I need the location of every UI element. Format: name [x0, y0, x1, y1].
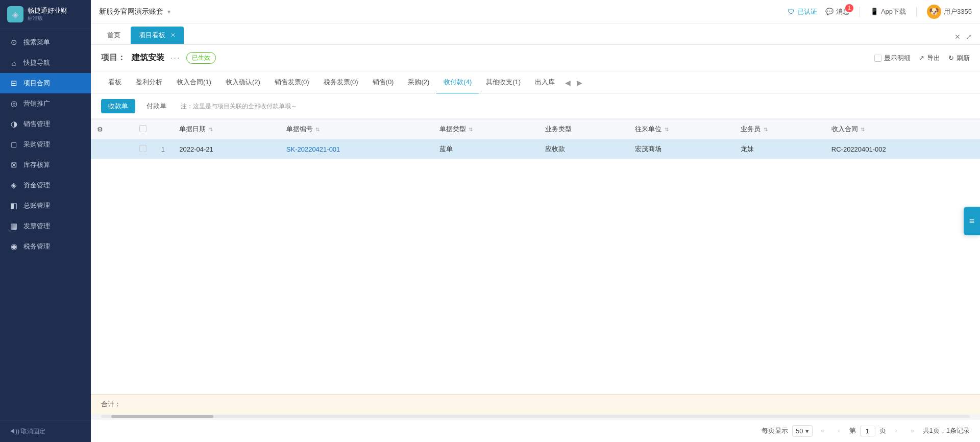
subnav-item-board[interactable]: 看板 [101, 71, 129, 94]
sidebar-item-funds[interactable]: ◈ 资金管理 [0, 175, 91, 195]
subnav-item-sales-invoice[interactable]: 销售发票(0) [267, 71, 316, 94]
th-type[interactable]: 单据类型 ⇅ [433, 119, 539, 139]
row-partner-cell: 宏茂商场 [629, 139, 734, 159]
receipt-code-link[interactable]: SK-20220421-001 [286, 145, 340, 153]
subnav-item-inout[interactable]: 出入库 [528, 71, 562, 94]
th-code[interactable]: 单据编号 ⇅ [280, 119, 433, 139]
settings-icon[interactable]: ⚙ [97, 126, 103, 133]
subnav-item-receipt[interactable]: 收付款(4) [436, 71, 479, 94]
tax-icon: ◉ [9, 242, 18, 251]
subnav-item-income-confirm[interactable]: 收入确认(2) [218, 71, 267, 94]
contract-icon: ⊟ [9, 79, 18, 88]
topbar-divider [860, 7, 860, 17]
home-icon: ⌂ [9, 59, 18, 67]
subnav-item-income-contract[interactable]: 收入合同(1) [169, 71, 218, 94]
receipts-table: ⚙ 单据日期 ⇅ 单据编号 ⇅ [91, 119, 980, 159]
first-page-button[interactable]: « [817, 425, 829, 437]
per-page-select[interactable]: 50 ▾ [792, 425, 812, 437]
next-page-button[interactable]: › [890, 425, 902, 437]
th-settings[interactable]: ⚙ [91, 119, 133, 139]
fab-button[interactable]: ≡ [964, 207, 980, 235]
maximize-window-icon[interactable]: ⤢ [966, 33, 972, 41]
table-container: ⚙ 单据日期 ⇅ 单据编号 ⇅ [91, 119, 980, 394]
messages-button[interactable]: 💬 消息 1 [825, 7, 849, 16]
refresh-icon: ↻ [948, 54, 954, 62]
subnav-item-profit[interactable]: 盈利分析 [129, 71, 169, 94]
th-date[interactable]: 单据日期 ⇅ [173, 119, 280, 139]
subtab-note: 注：这里是与项目关联的全部收付款单哦～ [181, 102, 297, 111]
tab-project-board[interactable]: 项目看板 ✕ [131, 27, 184, 44]
close-window-icon[interactable]: ✕ [954, 33, 961, 41]
row-contract-cell: RC-20220401-002 [825, 139, 980, 159]
subnav-item-other-expense[interactable]: 其他收支(1) [479, 71, 528, 94]
project-header: 项目： 建筑安装 ··· 已生效 显示明细 ↗ 导出 ↻ 刷新 [91, 45, 980, 71]
prev-page-button[interactable]: ‹ [833, 425, 845, 437]
last-page-button[interactable]: » [906, 425, 919, 437]
sidebar-item-sales[interactable]: ◑ 销售管理 [0, 114, 91, 134]
topbar-project[interactable]: 新服务官网演示账套 ▾ [99, 7, 779, 16]
tabbar: 首页 项目看板 ✕ ✕ ⤢ [91, 23, 980, 45]
project-status-badge: 已生效 [186, 52, 216, 64]
content-area: 项目： 建筑安装 ··· 已生效 显示明细 ↗ 导出 ↻ 刷新 [91, 45, 980, 442]
sidebar-logo[interactable]: ◈ 畅捷通好业财 标准版 [0, 0, 91, 29]
page-number-input[interactable] [860, 426, 875, 436]
scrollbar-row [91, 414, 980, 419]
scrollbar-thumb[interactable] [111, 415, 213, 418]
subnav-item-purchase[interactable]: 采购(2) [401, 71, 436, 94]
tab-home[interactable]: 首页 [99, 27, 129, 44]
sidebar-item-ledger[interactable]: ◧ 总账管理 [0, 195, 91, 216]
th-check[interactable] [133, 119, 153, 139]
window-controls: ✕ ⤢ [954, 33, 972, 44]
row-code-cell[interactable]: SK-20220421-001 [280, 139, 433, 159]
subnav-item-tax-invoice[interactable]: 税务发票(0) [316, 71, 365, 94]
row-check-cell[interactable] [133, 139, 153, 159]
user-button[interactable]: 🐶 用户3355 [927, 5, 972, 19]
row-checkbox[interactable] [139, 145, 146, 152]
receipt-tab-button[interactable]: 收款单 [101, 99, 135, 113]
show-detail-checkbox[interactable] [874, 55, 881, 62]
pagination: 每页显示 50 ▾ « ‹ 第 页 › » 共1页，1条记录 [91, 419, 980, 442]
tab-close-icon[interactable]: ✕ [170, 32, 176, 39]
export-button[interactable]: ↗ 导出 [919, 54, 940, 63]
sort-date-icon: ⇅ [209, 127, 213, 132]
sidebar-item-invoice[interactable]: ▦ 发票管理 [0, 216, 91, 236]
subnav: 看板 盈利分析 收入合同(1) 收入确认(2) 销售发票(0) 税务发票(0) … [91, 71, 980, 94]
topbar: 新服务官网演示账套 ▾ 🛡 已认证 💬 消息 1 📱 App下载 🐶 用户335… [91, 0, 980, 23]
sidebar-item-marketing[interactable]: ◎ 营销推广 [0, 93, 91, 114]
project-dropdown-icon[interactable]: ▾ [167, 8, 170, 15]
main-content: 新服务官网演示账套 ▾ 🛡 已认证 💬 消息 1 📱 App下载 🐶 用户335… [91, 0, 980, 442]
project-more-button[interactable]: ··· [170, 54, 180, 63]
horizontal-scrollbar[interactable] [101, 415, 970, 418]
total-row: 合计： [91, 394, 980, 414]
invoice-icon: ▦ [9, 222, 18, 231]
th-salesman[interactable]: 业务员 ⇅ [734, 119, 825, 139]
select-all-checkbox[interactable] [139, 125, 146, 132]
fab-icon: ≡ [969, 216, 975, 227]
th-biz-type: 业务类型 [539, 119, 629, 139]
sales-icon: ◑ [9, 119, 18, 129]
show-detail-button[interactable]: 显示明细 [874, 54, 911, 63]
sidebar: ◈ 畅捷通好业财 标准版 ⊙ 搜索菜单 ⌂ 快捷导航 ⊟ 项目合同 ◎ 营销推广… [0, 0, 91, 442]
message-icon: 💬 [825, 8, 834, 15]
sidebar-item-inventory[interactable]: ⊠ 库存核算 [0, 155, 91, 175]
th-income-contract[interactable]: 收入合同 ⇅ [825, 119, 980, 139]
row-salesman-cell: 龙妹 [734, 139, 825, 159]
sidebar-item-search[interactable]: ⊙ 搜索菜单 [0, 32, 91, 53]
sidebar-item-tax[interactable]: ◉ 税务管理 [0, 236, 91, 257]
row-type-cell: 蓝单 [433, 139, 539, 159]
sidebar-item-purchase[interactable]: ◻ 采购管理 [0, 134, 91, 155]
subtab-row: 收款单 付款单 注：这里是与项目关联的全部收付款单哦～ [91, 94, 980, 119]
subnav-next-arrow[interactable]: ▶ [574, 79, 585, 87]
sidebar-item-quick[interactable]: ⌂ 快捷导航 [0, 53, 91, 73]
payment-tab-button[interactable]: 付款单 [139, 99, 174, 113]
subnav-item-sales[interactable]: 销售(0) [365, 71, 401, 94]
topbar-certified: 🛡 已认证 [779, 7, 825, 16]
th-partner[interactable]: 往来单位 ⇅ [629, 119, 734, 139]
refresh-button[interactable]: ↻ 刷新 [948, 54, 970, 63]
logo-text-group: 畅捷通好业财 标准版 [28, 7, 67, 22]
subnav-prev-arrow[interactable]: ◀ [562, 79, 574, 87]
sidebar-unpin-button[interactable]: ◀)) 取消固定 [0, 421, 91, 442]
sidebar-item-contract[interactable]: ⊟ 项目合同 [0, 73, 91, 93]
table-row[interactable]: 1 2022-04-21 SK-20220421-001 蓝单 应收款 宏茂商场… [91, 139, 980, 159]
app-download-button[interactable]: 📱 App下载 [870, 7, 906, 16]
